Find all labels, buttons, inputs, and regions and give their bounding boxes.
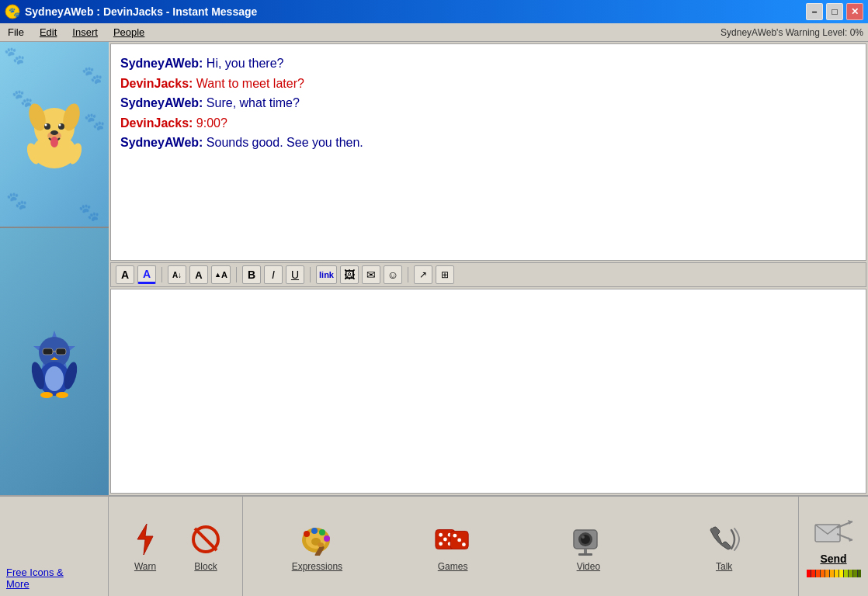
block-button[interactable]: Block — [179, 521, 233, 572]
progress-segment — [839, 570, 843, 577]
free-icons-link[interactable]: Free Icons & More — [6, 567, 64, 590]
svg-point-38 — [318, 542, 324, 547]
msg-text-2: Want to meet later? — [196, 77, 304, 90]
avatar-top: 🐾 🐾 🐾 🐾 🐾 🐾 — [0, 42, 109, 228]
separator-2 — [236, 267, 237, 282]
send-label: Send — [820, 553, 846, 565]
warn-icon — [127, 521, 164, 558]
svg-point-22 — [45, 366, 64, 391]
msg-text-1: Hi, you there? — [207, 57, 284, 70]
close-button[interactable]: ✕ — [846, 3, 863, 20]
italic-button[interactable]: I — [264, 265, 283, 284]
svg-line-29 — [195, 528, 217, 550]
chat-messages: SydneyAWeb: Hi, you there? DevinJacks: W… — [110, 43, 866, 261]
avatar-bottom — [0, 228, 109, 495]
svg-point-40 — [439, 533, 443, 537]
maximize-button[interactable]: □ — [826, 3, 843, 20]
send-progress-bar — [807, 570, 861, 577]
svg-point-41 — [443, 538, 447, 542]
video-icon — [570, 521, 607, 558]
msg-sender-4: DevinJacks: — [120, 116, 193, 130]
font-large-button[interactable]: ▲A — [211, 265, 231, 284]
smiley-button[interactable]: ☺ — [384, 265, 402, 284]
separator-1 — [161, 267, 162, 282]
games-label: Games — [438, 561, 468, 572]
svg-point-33 — [304, 531, 310, 537]
video-button[interactable]: Video — [561, 521, 616, 572]
send-button[interactable]: Send — [814, 515, 854, 565]
progress-segment — [821, 570, 825, 577]
chat-column: SydneyAWeb: Hi, you there? DevinJacks: W… — [109, 42, 868, 495]
msg-sender-1: SydneyAWeb: — [120, 57, 203, 70]
expressions-label: Expressions — [292, 561, 342, 572]
progress-segment — [811, 570, 815, 577]
video-label: Video — [577, 561, 600, 572]
talk-label: Talk — [716, 561, 732, 572]
bottom-toolbar: Free Icons & More Warn Block — [0, 495, 868, 596]
msg-sender-2: DevinJacks: — [120, 77, 193, 90]
svg-point-44 — [439, 542, 443, 546]
svg-point-35 — [319, 529, 325, 535]
window-controls: – □ ✕ — [806, 3, 863, 20]
table-row: SydneyAWeb: Hi, you there? — [120, 54, 856, 74]
svg-rect-54 — [578, 553, 592, 556]
table-row: DevinJacks: 9:00? — [120, 113, 856, 133]
aim-icon: 🐾 — [5, 4, 20, 19]
progress-segment — [853, 570, 857, 577]
progress-segment — [816, 570, 820, 577]
underline-button[interactable]: U — [286, 265, 304, 284]
send-section: Send — [798, 497, 868, 596]
msg-text-5: Sounds good. See you then. — [207, 136, 363, 149]
games-icon — [434, 521, 471, 558]
svg-point-24 — [56, 392, 68, 398]
table-button[interactable]: ⊞ — [436, 265, 454, 284]
table-row: SydneyAWeb: Sure, what time? — [120, 93, 856, 113]
minimize-button[interactable]: – — [806, 3, 823, 20]
svg-point-23 — [40, 392, 53, 398]
title-bar: 🐾 SydneyAWeb : DevinJacks - Instant Mess… — [0, 0, 868, 23]
shrink-font-button[interactable]: A↓ — [168, 265, 186, 284]
format-toolbar: A A A↓ A ▲A B I U link 🖼 ✉ ☺ ↗ ⊞ — [110, 262, 866, 287]
talk-button[interactable]: Talk — [697, 521, 752, 572]
warn-button[interactable]: Warn — [118, 521, 172, 572]
progress-segment — [849, 570, 852, 577]
warning-level: SydneyAWeb's Warning Level: 0% — [720, 27, 863, 38]
block-label: Block — [194, 561, 217, 572]
msg-text-3: Sure, what time? — [207, 96, 300, 109]
menu-edit[interactable]: Edit — [36, 26, 60, 39]
svg-rect-17 — [43, 348, 53, 355]
link-button[interactable]: link — [316, 265, 337, 284]
bold-button[interactable]: B — [242, 265, 261, 284]
games-button[interactable]: Games — [425, 521, 480, 572]
msg-text-4: 9:00? — [196, 116, 227, 130]
block-icon — [187, 521, 224, 558]
svg-point-36 — [324, 535, 330, 542]
message-input[interactable] — [110, 289, 866, 494]
email-button[interactable]: ✉ — [362, 265, 380, 284]
menu-file[interactable]: File — [5, 26, 27, 39]
progress-segment — [858, 570, 861, 577]
svg-rect-18 — [56, 348, 66, 355]
msg-sender-5: SydneyAWeb: — [120, 136, 203, 149]
main-content: 🐾 🐾 🐾 🐾 🐾 🐾 — [0, 42, 868, 495]
send-icon — [814, 515, 854, 549]
msg-sender-3: SydneyAWeb: — [120, 96, 203, 109]
separator-4 — [408, 267, 408, 282]
progress-inner — [807, 570, 861, 577]
menu-people[interactable]: People — [110, 26, 148, 39]
progress-segment — [807, 570, 811, 577]
insert-button[interactable]: ↗ — [414, 265, 432, 284]
image-button[interactable]: 🖼 — [340, 265, 359, 284]
window-title: SydneyAWeb : DevinJacks - Instant Messag… — [25, 5, 257, 18]
extra-buttons-section: Expressions — [243, 497, 798, 596]
table-row: DevinJacks: Want to meet later? — [120, 74, 856, 94]
table-row: SydneyAWeb: Sounds good. See you then. — [120, 133, 856, 153]
font-normal-button[interactable]: A — [189, 265, 208, 284]
font-button[interactable]: A — [116, 265, 134, 284]
separator-3 — [310, 267, 311, 282]
font-color-button[interactable]: A — [137, 265, 156, 284]
penguin-avatar — [19, 323, 89, 400]
svg-point-46 — [457, 539, 461, 542]
menu-insert[interactable]: Insert — [69, 26, 101, 39]
expressions-button[interactable]: Expressions — [290, 521, 344, 572]
